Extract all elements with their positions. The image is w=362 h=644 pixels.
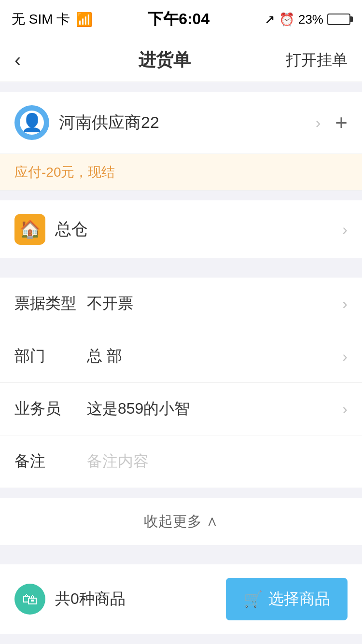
invoice-value: 不开票 <box>87 293 342 314</box>
collapse-text: 收起更多 ∧ <box>144 512 218 532</box>
invoice-chevron-icon[interactable]: › <box>342 295 348 313</box>
department-label: 部门 <box>14 346 87 367</box>
person-icon: 👤 <box>21 112 43 133</box>
remarks-row[interactable]: 备注 备注内容 <box>0 435 362 488</box>
department-value: 总 部 <box>87 346 342 367</box>
status-right: ↗ ⏰ 23% <box>265 12 350 27</box>
nav-bar: ‹ 进货单 打开挂单 <box>0 39 362 82</box>
warehouse-section: 🏠 总仓 › <box>0 200 362 258</box>
alarm-icon: ⏰ <box>279 12 294 27</box>
section-divider-2 <box>0 191 362 200</box>
department-chevron-icon[interactable]: › <box>342 348 348 365</box>
avatar-inner: 👤 <box>20 111 44 135</box>
add-supplier-button[interactable]: + <box>335 112 348 133</box>
cart-icon: 🛒 <box>243 590 263 608</box>
status-left: 无 SIM 卡 📶 <box>12 10 93 28</box>
goods-icon: 🛍 <box>14 584 45 615</box>
warehouse-name: 总仓 <box>55 218 342 240</box>
section-divider-4 <box>0 545 362 555</box>
goods-icon-symbol: 🛍 <box>22 590 38 608</box>
goods-count: 共0种商品 <box>55 588 226 610</box>
supplier-name: 河南供应商22 <box>59 112 316 134</box>
salesman-label: 业务员 <box>14 398 87 420</box>
invoice-label: 票据类型 <box>14 293 87 314</box>
battery-icon <box>327 14 350 25</box>
location-icon: ↗ <box>265 12 275 27</box>
status-time: 下午6:04 <box>148 9 209 30</box>
info-banner-text: 应付-20元，现结 <box>14 165 115 180</box>
goods-section: 🛍 共0种商品 🛒 选择商品 <box>0 564 362 634</box>
select-goods-button[interactable]: 🛒 选择商品 <box>226 578 348 620</box>
salesman-row[interactable]: 业务员 这是859的小智 › <box>0 383 362 435</box>
invoice-row[interactable]: 票据类型 不开票 › <box>0 278 362 330</box>
page-title: 进货单 <box>139 48 191 72</box>
remarks-input[interactable]: 备注内容 <box>87 451 348 472</box>
supplier-row[interactable]: 👤 河南供应商22 › + <box>0 92 362 154</box>
remarks-label: 备注 <box>14 451 87 472</box>
info-banner: 应付-20元，现结 <box>0 154 362 191</box>
supplier-avatar: 👤 <box>14 105 49 140</box>
collapse-section: 收起更多 ∧ <box>0 498 362 545</box>
warehouse-chevron-icon[interactable]: › <box>342 221 348 238</box>
section-divider-1 <box>0 82 362 92</box>
warehouse-icon-symbol: 🏠 <box>19 219 41 239</box>
carrier-text: 无 SIM 卡 <box>12 10 70 28</box>
battery-percentage: 23% <box>298 12 323 27</box>
back-button[interactable]: ‹ <box>14 49 43 71</box>
warehouse-icon: 🏠 <box>14 214 45 245</box>
section-divider-3 <box>0 258 362 268</box>
supplier-section: 👤 河南供应商22 › + 应付-20元，现结 <box>0 92 362 191</box>
form-section: 票据类型 不开票 › 部门 总 部 › 业务员 这是859的小智 › 备注 备注… <box>0 278 362 488</box>
supplier-actions: › + <box>316 112 348 133</box>
open-pending-button[interactable]: 打开挂单 <box>286 50 348 71</box>
wifi-icon: 📶 <box>76 12 93 28</box>
department-row[interactable]: 部门 总 部 › <box>0 330 362 383</box>
salesman-chevron-icon[interactable]: › <box>342 400 348 418</box>
status-bar: 无 SIM 卡 📶 下午6:04 ↗ ⏰ 23% <box>0 0 362 39</box>
warehouse-row[interactable]: 🏠 总仓 › <box>0 200 362 258</box>
supplier-chevron-icon[interactable]: › <box>316 114 321 132</box>
salesman-value: 这是859的小智 <box>87 398 342 420</box>
select-goods-label: 选择商品 <box>268 588 330 610</box>
collapse-button[interactable]: 收起更多 ∧ <box>144 512 218 532</box>
